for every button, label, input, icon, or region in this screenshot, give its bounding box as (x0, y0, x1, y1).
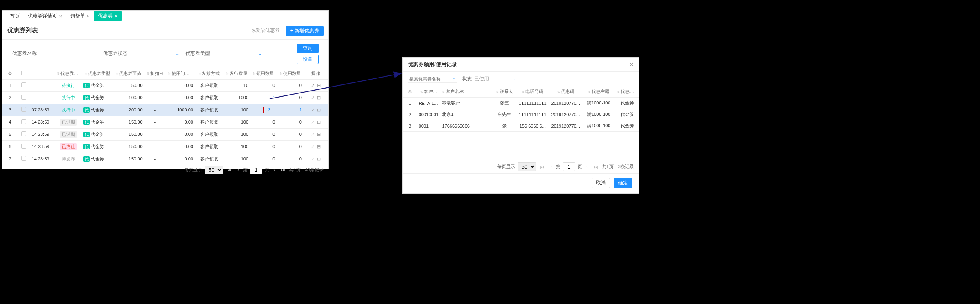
modal-search[interactable]: ⌕ (408, 75, 457, 83)
chevron-down-icon: ⌄ (176, 51, 179, 56)
qr-icon[interactable]: ⊞ (317, 156, 321, 162)
claimed-link[interactable]: 3 (263, 107, 275, 113)
gear-icon[interactable]: ⚙ (8, 71, 12, 76)
search-icon[interactable]: ⌕ (453, 76, 455, 82)
tab-优惠券[interactable]: 优惠券✕ (94, 11, 122, 21)
prev-page-button[interactable]: ‹ (236, 167, 241, 172)
usage-records-modal: 优惠券领用/使用记录 ✕ ⌕ 状态 已使用⌄ ⚙ ⇅客户... ⇅客户名称 ⇅联… (402, 57, 639, 194)
filter-status[interactable]: 优惠券状态 ⌄ (103, 50, 179, 57)
claimed-link[interactable]: 1 (272, 95, 275, 100)
table-row[interactable]: 307 23:59执行中代代金券200.00--1000.00客户领取10031… (2, 104, 328, 116)
cancel-button[interactable]: 取消 (592, 178, 610, 188)
status-badge: 执行中 (60, 107, 77, 113)
qr-icon[interactable]: ⊞ (317, 83, 321, 88)
qr-icon[interactable]: ⊞ (317, 144, 321, 149)
qr-icon[interactable]: ⊞ (317, 120, 321, 125)
table-row[interactable]: 514 23:59已过期代代金券150.00--0.00客户领取10000↗⊞ (2, 128, 328, 140)
row-checkbox[interactable] (21, 144, 26, 149)
tab-销货单[interactable]: 销货单✕ (66, 11, 94, 21)
chevron-down-icon: ⌄ (512, 77, 515, 81)
status-badge: 已过期 (60, 119, 77, 126)
status-badge: 已终止 (60, 143, 77, 150)
add-coupon-button[interactable]: + 新增优惠券 (286, 26, 324, 36)
row-checkbox[interactable] (21, 156, 26, 161)
filter-type[interactable]: 优惠券类型 ⌄ (185, 50, 261, 57)
table-row[interactable]: 1RETAIL...零散客户张三111111111112019120770...… (403, 98, 639, 109)
chevron-down-icon: ⌄ (258, 51, 261, 56)
table-row[interactable]: 1待执行代代金券50.00--0.00客户领取1000↗⊞ (2, 79, 328, 91)
close-icon[interactable]: ✕ (629, 61, 634, 68)
first-page-button[interactable]: ⏮ (225, 167, 233, 172)
search-button[interactable]: 查询 (297, 44, 319, 53)
gear-icon[interactable]: ⚙ (408, 89, 412, 95)
table-row[interactable]: 200010001北京1唐先生111111111112019120770...满… (403, 109, 639, 120)
row-checkbox[interactable] (21, 82, 26, 87)
per-page-select[interactable]: 50 (518, 162, 536, 171)
modal-paginator: 每页显示 50 ⏮ ‹ 第 页 › ⏭ 共1页，3条记录 (403, 160, 639, 173)
table-row[interactable]: 614 23:59已终止代代金券150.00--0.00客户领取10000↗⊞ (2, 140, 328, 153)
pager-total: 共1页，49条记录 (289, 167, 324, 173)
table-row[interactable]: 2执行中代代金券100.00--0.00客户领取100010↗⊞ (2, 91, 328, 104)
page-input[interactable] (563, 162, 575, 171)
qr-icon[interactable]: ⊞ (317, 107, 321, 113)
paginator: 每页显示 50 ⏮ ‹ 第 页 › ⏭ 共1页，49条记录 (2, 163, 328, 177)
type-badge: 代 (83, 95, 90, 100)
settings-button[interactable]: 设置 (297, 55, 319, 64)
type-badge: 代 (83, 132, 90, 137)
type-badge: 代 (83, 144, 90, 149)
page-title: 优惠券列表 (7, 27, 38, 34)
prev-page-button[interactable]: ‹ (549, 164, 554, 169)
tab-首页[interactable]: 首页 (6, 11, 24, 21)
row-checkbox[interactable] (21, 131, 26, 136)
status-badge: 待发布 (60, 155, 77, 162)
share-icon[interactable]: ↗ (311, 83, 315, 88)
status-badge: 已过期 (60, 131, 77, 138)
share-icon: ↗ (311, 132, 315, 137)
type-badge: 代 (83, 83, 90, 88)
filter-name[interactable]: 优惠券名称 (12, 50, 96, 57)
status-badge: 执行中 (60, 94, 77, 101)
search-input[interactable] (409, 76, 450, 81)
close-icon[interactable]: ✕ (59, 14, 62, 18)
tab-优惠券详情页[interactable]: 优惠券详情页✕ (24, 11, 66, 21)
share-icon: ↗ (311, 120, 315, 125)
pager-total: 共1页，3条记录 (602, 164, 634, 170)
share-icon[interactable]: ↗ (311, 95, 315, 100)
row-checkbox[interactable] (21, 95, 26, 100)
row-checkbox[interactable] (21, 107, 26, 112)
type-badge: 代 (83, 120, 90, 125)
qr-icon[interactable]: ⊞ (317, 132, 321, 137)
type-badge: 代 (83, 107, 90, 113)
qr-icon[interactable]: ⊞ (317, 95, 321, 100)
per-page-select[interactable]: 50 (205, 166, 223, 174)
next-page-button[interactable]: › (272, 167, 277, 172)
page-input[interactable] (250, 166, 262, 174)
first-page-button[interactable]: ⏮ (538, 164, 546, 169)
close-icon[interactable]: ✕ (87, 14, 90, 18)
type-badge: 代 (83, 156, 90, 162)
ok-button[interactable]: 确定 (614, 178, 632, 188)
title-bar: 优惠券列表 ⊘ 发放优惠券 + 新增优惠券 (2, 22, 328, 40)
coupon-table: ⚙ ⇅优惠券状态 ⇅优惠券类型 ⇅优惠券面值 ⇅折扣% ⇅使用门槛... ⇅发放… (2, 68, 328, 163)
table-row[interactable]: 414 23:59已过期代代金券150.00--0.00客户领取10000↗⊞ (2, 116, 328, 128)
row-checkbox[interactable] (21, 119, 26, 124)
used-link[interactable]: 1 (299, 107, 302, 112)
share-icon: ↗ (311, 144, 315, 149)
share-icon[interactable]: ↗ (311, 107, 315, 113)
records-table: ⚙ ⇅客户... ⇅客户名称 ⇅联系人 ⇅电话号码 ⇅优惠码 ⇅优惠主题 ⇅优惠… (403, 86, 639, 132)
issue-coupon-button[interactable]: ⊘ 发放优惠券 (247, 25, 284, 36)
table-row[interactable]: 3000117666666666张156 6666 6...2019120770… (403, 120, 639, 132)
coupon-table-wrap: ⚙ ⇅优惠券状态 ⇅优惠券类型 ⇅优惠券面值 ⇅折扣% ⇅使用门槛... ⇅发放… (2, 68, 328, 163)
filter-row: 优惠券名称 优惠券状态 ⌄ 优惠券类型 ⌄ 查询 设置 (2, 40, 328, 68)
last-page-button[interactable]: ⏭ (592, 164, 600, 169)
coupon-panel: 首页优惠券详情页✕销货单✕优惠券✕ 优惠券列表 ⊘ 发放优惠券 + 新增优惠券 … (2, 10, 329, 169)
table-header-row: ⚙ ⇅优惠券状态 ⇅优惠券类型 ⇅优惠券面值 ⇅折扣% ⇅使用门槛... ⇅发放… (2, 68, 328, 80)
share-icon: ↗ (311, 156, 315, 162)
tab-bar: 首页优惠券详情页✕销货单✕优惠券✕ (2, 11, 328, 22)
modal-status-filter[interactable]: 状态 已使用⌄ (462, 75, 515, 83)
select-all-checkbox[interactable] (21, 71, 26, 75)
next-page-button[interactable]: › (585, 164, 589, 169)
table-row[interactable]: 714 23:59待发布代代金券150.00--0.00客户领取10000↗⊞ (2, 153, 328, 163)
close-icon[interactable]: ✕ (114, 14, 118, 18)
last-page-button[interactable]: ⏭ (279, 167, 287, 172)
